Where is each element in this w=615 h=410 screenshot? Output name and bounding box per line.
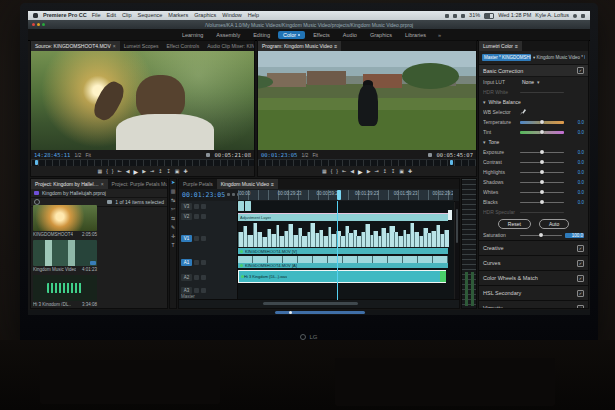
menu-help[interactable]: Help bbox=[248, 11, 259, 20]
slider-value[interactable]: 0.0 bbox=[567, 180, 584, 185]
track-header-a2[interactable]: A2 bbox=[179, 270, 237, 284]
slider-value[interactable]: 0.0 bbox=[567, 170, 584, 175]
app-bottom-scrollbar[interactable] bbox=[28, 310, 590, 315]
program-lift-icon[interactable]: ↥ bbox=[383, 168, 387, 174]
track-output-eye-icon[interactable] bbox=[201, 236, 206, 241]
slider-track[interactable] bbox=[520, 235, 562, 236]
v1-clip-name-band[interactable]: KINGDOMSHOOT4.MOV [V] bbox=[238, 248, 448, 254]
slider-handle[interactable] bbox=[540, 120, 544, 124]
source-scrub-bar[interactable] bbox=[31, 159, 254, 166]
workspace-tab-effects[interactable]: Effects bbox=[308, 31, 335, 39]
new-bin-icon[interactable] bbox=[107, 200, 112, 204]
menu-file[interactable]: File bbox=[92, 11, 101, 20]
workspace-overflow-icon[interactable]: » bbox=[438, 32, 441, 38]
menubar-clock[interactable]: Wed 1:28 PM bbox=[498, 11, 531, 20]
project-file-row[interactable]: Kingdom by Hallelujah.prproj bbox=[31, 189, 167, 198]
program-tab[interactable]: Program: Kingdom Music Video ≡ bbox=[258, 41, 341, 51]
source-button-editor-icon[interactable]: ✚ bbox=[183, 168, 187, 174]
slider-handle[interactable] bbox=[540, 200, 544, 204]
source-lift-icon[interactable]: ↥ bbox=[158, 168, 162, 174]
mute-toggle-icon[interactable] bbox=[194, 288, 199, 293]
ripple-edit-tool[interactable]: ↹ bbox=[171, 197, 175, 203]
slider-track[interactable] bbox=[520, 162, 564, 163]
track-output-eye-icon[interactable] bbox=[201, 214, 206, 219]
menubar-user[interactable]: Kyle A. Loftus bbox=[535, 11, 569, 20]
slider-track[interactable] bbox=[520, 192, 564, 193]
settings-wrench-icon[interactable] bbox=[428, 153, 432, 157]
slider-value[interactable]: 0.0 bbox=[567, 200, 584, 205]
slider-track[interactable] bbox=[520, 172, 564, 173]
v2-clip-end-handle[interactable] bbox=[448, 210, 452, 220]
master-clip-chip[interactable]: Master * KINGDOMSHOOT4.MOV bbox=[482, 54, 531, 61]
workspace-tab-assembly[interactable]: Assembly bbox=[211, 31, 245, 39]
menu-window[interactable]: Window bbox=[222, 11, 242, 20]
project-panel-tab[interactable]: Project: Kingdom by Hallel…× bbox=[31, 179, 108, 189]
source-panel-tab[interactable]: Source: KINGDOMSHOOT4.MOV× bbox=[31, 41, 120, 51]
source-go-to-out-icon[interactable]: ⇥ bbox=[150, 168, 154, 174]
program-button-editor-icon[interactable]: ✚ bbox=[408, 168, 412, 174]
slider-value[interactable]: 0.0 bbox=[567, 160, 584, 165]
slider-value[interactable]: 0.0 bbox=[567, 150, 584, 155]
v1-clip-segment[interactable] bbox=[444, 230, 448, 248]
timeline-horizontal-scrollbar[interactable] bbox=[179, 299, 459, 308]
source-go-to-in-icon[interactable]: ⇤ bbox=[117, 168, 121, 174]
timeline-tab[interactable]: Purple Petals bbox=[179, 179, 217, 189]
v2-adjustment-layer-clip[interactable]: Adjustment Layer bbox=[238, 213, 448, 221]
close-icon[interactable]: × bbox=[101, 181, 104, 187]
lumetri-subheader-white-balance[interactable]: ▾White Balance bbox=[479, 97, 588, 107]
program-scrub-bar[interactable] bbox=[258, 159, 476, 166]
lumetri-subheader-tone[interactable]: ▾Tone bbox=[479, 137, 588, 147]
source-panel-tab[interactable]: Lumetri Scopes bbox=[120, 41, 163, 51]
v3-clip[interactable] bbox=[245, 201, 251, 211]
source-panel-tab[interactable]: Audio Clip Mixer: KINGDOMSHOOT4.MOV bbox=[203, 41, 254, 51]
slider-handle[interactable] bbox=[540, 190, 544, 194]
menu-sequence[interactable]: Sequence bbox=[138, 11, 163, 20]
slider-track[interactable] bbox=[520, 202, 564, 203]
panel-menu-icon[interactable]: ≡ bbox=[334, 43, 337, 49]
project-item[interactable]: KINGDOMSHOOT42:05:05 bbox=[33, 205, 97, 237]
lumetri-section-creative[interactable]: Creative✓ bbox=[479, 240, 588, 255]
slider-track[interactable] bbox=[520, 131, 564, 134]
source-patch-v3[interactable]: V3 bbox=[181, 203, 192, 210]
eyedropper-icon[interactable] bbox=[520, 109, 526, 115]
hand-tool[interactable]: ✛ bbox=[171, 233, 175, 239]
source-patch-v2[interactable]: V2 bbox=[181, 213, 192, 220]
program-export-frame-icon[interactable]: ▣ bbox=[399, 168, 404, 174]
program-play-icon[interactable]: ▶ bbox=[358, 168, 363, 175]
source-step-back-icon[interactable]: ◀ bbox=[126, 168, 130, 174]
window-titlebar[interactable]: /Volumes/KA 1.0/My Music Videos/Kingdom … bbox=[28, 20, 590, 29]
program-playhead[interactable] bbox=[450, 160, 453, 165]
solo-toggle-icon[interactable] bbox=[201, 275, 206, 280]
lumetri-section-vignette[interactable]: Vignette✓ bbox=[479, 300, 588, 309]
track-header-a1[interactable]: A1 bbox=[179, 256, 237, 268]
menu-edit[interactable]: Edit bbox=[107, 11, 116, 20]
source-timecode[interactable]: 14:28:45:11 bbox=[34, 152, 70, 158]
track-lock-icon[interactable] bbox=[194, 236, 199, 241]
source-panel-tab[interactable]: Effect Controls bbox=[163, 41, 204, 51]
selection-tool[interactable]: ➤ bbox=[171, 179, 175, 185]
solo-toggle-icon[interactable] bbox=[201, 260, 206, 265]
slider-track[interactable] bbox=[520, 121, 564, 124]
source-add-marker-icon[interactable]: ▦ bbox=[97, 168, 102, 174]
panel-menu-icon[interactable]: ≡ bbox=[271, 181, 274, 187]
project-item[interactable]: Hi 3 Kingdom (DL..3:34:08 bbox=[33, 275, 97, 306]
source-extract-icon[interactable]: ↧ bbox=[166, 168, 170, 174]
source-mark-in-icon[interactable]: { bbox=[106, 168, 108, 174]
close-icon[interactable]: × bbox=[113, 43, 116, 49]
minimize-window-icon[interactable] bbox=[37, 23, 40, 26]
program-step-forward-icon[interactable]: ▶ bbox=[367, 168, 371, 174]
source-patch-v1[interactable]: V1 bbox=[181, 235, 192, 242]
track-header-v2[interactable]: V2 bbox=[179, 213, 237, 220]
slider-handle[interactable] bbox=[539, 233, 543, 237]
track-select-tool[interactable]: ▥ bbox=[171, 188, 176, 194]
source-patch-a2[interactable]: A2 bbox=[181, 274, 192, 281]
reset-button[interactable]: Reset bbox=[498, 219, 531, 229]
a1-audio-clip[interactable]: KINGDOMSHOOT4.MOV [A] bbox=[238, 256, 448, 268]
section-checkbox[interactable]: ✓ bbox=[577, 275, 584, 282]
timeline-playhead[interactable] bbox=[337, 201, 338, 300]
settings-wrench-icon[interactable] bbox=[206, 153, 210, 157]
lumetri-tab[interactable]: Lumetri Color ≡ bbox=[479, 41, 522, 51]
source-video-viewport[interactable] bbox=[31, 51, 254, 150]
program-step-back-icon[interactable]: ◀ bbox=[350, 168, 354, 174]
track-output-eye-icon[interactable] bbox=[201, 204, 206, 209]
